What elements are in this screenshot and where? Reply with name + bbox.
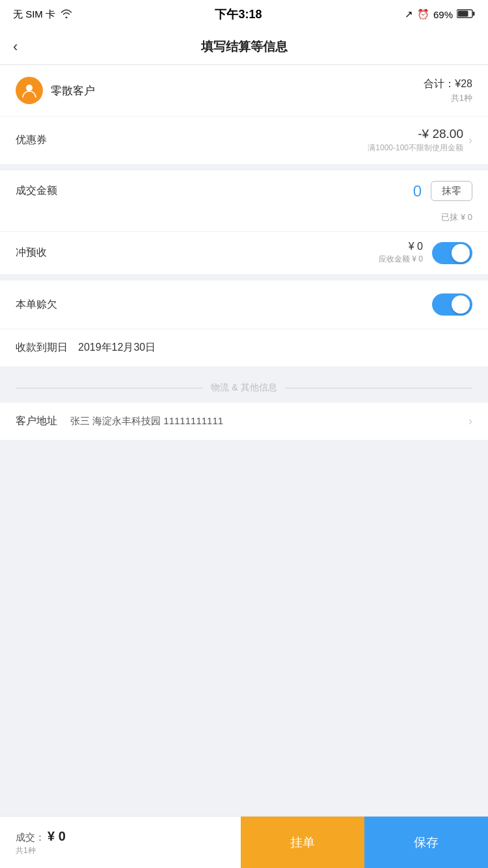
coupon-amount: -¥ 28.00 — [368, 127, 463, 141]
page-title: 填写结算等信息 — [201, 38, 288, 55]
customer-avatar — [16, 77, 43, 104]
back-button[interactable]: ‹ — [13, 38, 18, 55]
customer-count: 共1种 — [424, 92, 472, 104]
transaction-right: 0 抹零 — [413, 181, 472, 201]
logistics-line: 物流 & 其他信息 — [16, 382, 472, 394]
prepay-row: 冲预收 ¥ 0 应收金额 ¥ 0 — [0, 231, 488, 274]
coupon-chevron-icon: › — [468, 133, 472, 147]
transaction-label: 成交金额 — [16, 184, 57, 198]
bottom-info: 成交： ¥ 0 共1种 — [0, 829, 241, 856]
bottom-tx-label: 成交： — [16, 832, 45, 844]
status-right: ↗ ⏰ 69% — [405, 8, 475, 20]
address-value: 张三 海淀永丰科技园 11111111111 — [70, 415, 455, 427]
battery-icon — [457, 9, 475, 20]
customer-section: 零散客户 合计：¥28 共1种 优惠券 -¥ 28.00 满1000-100不限… — [0, 65, 488, 164]
prepay-values: ¥ 0 应收金额 ¥ 0 — [379, 241, 423, 265]
status-bar: 无 SIM 卡 下午3:18 ↗ ⏰ 69% — [0, 0, 488, 29]
coupon-row[interactable]: 优惠券 -¥ 28.00 满1000-100不限制使用金额 › — [0, 116, 488, 164]
customer-left: 零散客户 — [16, 77, 95, 104]
duedate-label: 收款到期日 — [16, 341, 68, 355]
customer-row: 零散客户 合计：¥28 共1种 — [0, 65, 488, 116]
address-chevron-icon: › — [468, 414, 472, 428]
alarm-icon: ⏰ — [417, 8, 429, 20]
hang-single-button[interactable]: 挂单 — [241, 817, 364, 868]
prepay-toggle[interactable] — [432, 242, 472, 264]
debt-row: 本单赊欠 — [0, 280, 488, 329]
bottom-bar: 成交： ¥ 0 共1种 挂单 保存 — [0, 816, 488, 868]
address-row[interactable]: 客户地址 张三 海淀永丰科技园 11111111111 › — [0, 403, 488, 440]
prepay-sub: 应收金额 ¥ 0 — [379, 254, 423, 265]
transaction-row: 成交金额 0 抹零 — [0, 170, 488, 211]
debt-section: 本单赊欠 收款到期日 2019年12月30日 — [0, 280, 488, 366]
coupon-right: -¥ 28.00 满1000-100不限制使用金额 › — [368, 127, 472, 154]
transaction-sub: 已抹 ¥ 0 — [0, 211, 488, 231]
status-left: 无 SIM 卡 — [13, 8, 72, 21]
nav-bar: ‹ 填写结算等信息 — [0, 29, 488, 65]
debt-toggle[interactable] — [432, 293, 472, 316]
status-time: 下午3:18 — [215, 7, 262, 22]
transaction-section: 成交金额 0 抹零 已抹 ¥ 0 冲预收 ¥ 0 应收金额 ¥ 0 — [0, 170, 488, 274]
battery-text: 69% — [433, 9, 453, 20]
svg-point-3 — [26, 85, 33, 91]
location-icon: ↗ — [405, 8, 413, 20]
wifi-icon — [61, 9, 72, 20]
prepay-label: 冲预收 — [16, 246, 47, 260]
duedate-row: 收款到期日 2019年12月30日 — [0, 329, 488, 366]
logistics-label: 物流 & 其他信息 — [211, 382, 277, 394]
prepay-right: ¥ 0 应收金额 ¥ 0 — [379, 241, 472, 265]
address-label: 客户地址 — [16, 414, 57, 428]
round-button[interactable]: 抹零 — [431, 181, 472, 201]
no-sim-text: 无 SIM 卡 — [13, 8, 55, 21]
coupon-label: 优惠券 — [16, 133, 47, 147]
coupon-value: -¥ 28.00 满1000-100不限制使用金额 — [368, 127, 463, 154]
content-area: 零散客户 合计：¥28 共1种 优惠券 -¥ 28.00 满1000-100不限… — [0, 65, 488, 511]
prepay-amount: ¥ 0 — [379, 241, 423, 252]
save-button[interactable]: 保存 — [364, 817, 488, 868]
customer-right: 合计：¥28 共1种 — [424, 77, 472, 104]
customer-total: 合计：¥28 — [424, 77, 472, 91]
bottom-count: 共1种 — [16, 845, 225, 856]
transaction-value: 0 — [413, 182, 422, 200]
bottom-amount: ¥ 0 — [47, 829, 66, 844]
svg-rect-2 — [457, 10, 468, 16]
customer-name: 零散客户 — [51, 83, 95, 98]
coupon-desc: 满1000-100不限制使用金额 — [368, 142, 463, 154]
svg-rect-1 — [472, 12, 474, 16]
address-section[interactable]: 客户地址 张三 海淀永丰科技园 11111111111 › — [0, 403, 488, 440]
duedate-value: 2019年12月30日 — [78, 341, 156, 355]
debt-label: 本单赊欠 — [16, 298, 57, 312]
logistics-section: 物流 & 其他信息 — [0, 373, 488, 403]
